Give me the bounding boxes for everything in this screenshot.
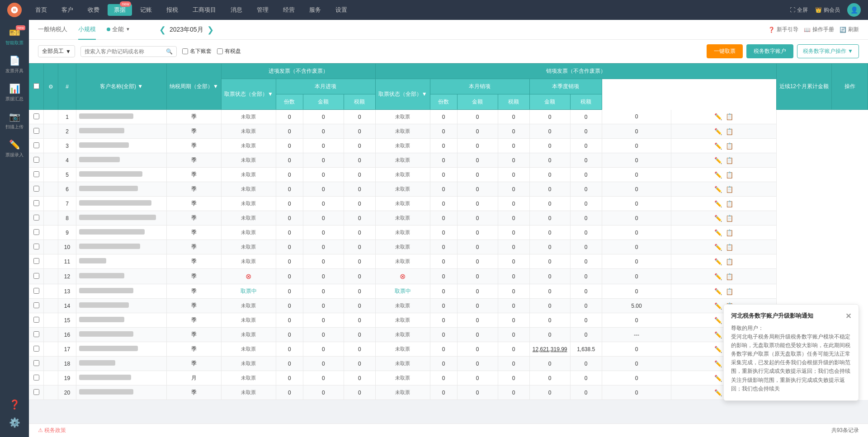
nav-accounting[interactable]: 记账 [134, 4, 158, 16]
row-checkbox[interactable] [29, 313, 44, 328]
refresh-button[interactable]: 🔄 刷新 [840, 26, 859, 33]
row-client-name[interactable] [76, 211, 167, 226]
account-checkbox[interactable]: 名下账套 [182, 47, 212, 55]
select-all-checkbox[interactable] [33, 83, 39, 89]
edit-icon[interactable]: ✏️ [714, 375, 722, 382]
tax-digital-button[interactable]: 税务数字账户 [746, 44, 793, 58]
employee-select[interactable]: 全部员工 ▼ [38, 45, 75, 57]
subnav-general[interactable]: 一般纳税人 [38, 20, 67, 40]
edit-icon[interactable]: ✏️ [714, 142, 722, 150]
search-input[interactable] [81, 47, 162, 56]
sidebar-item-open-invoice[interactable]: 📄 发票开具 [0, 52, 29, 78]
tax-checkbox-input[interactable] [217, 48, 223, 54]
sidebar-item-summary[interactable]: 📊 票据汇总 [0, 80, 29, 106]
nav-settings[interactable]: 设置 [329, 4, 354, 16]
row-client-name[interactable] [76, 357, 167, 371]
row-client-name[interactable] [76, 254, 167, 269]
copy-icon[interactable]: 📋 [726, 113, 733, 120]
nav-invoice[interactable]: 票据 new [108, 4, 132, 16]
col-header-period[interactable]: 纳税周期（全部）▼ [167, 64, 222, 110]
copy-icon[interactable]: 📋 [726, 171, 733, 179]
row-client-name[interactable] [76, 197, 167, 211]
edit-icon[interactable]: ✏️ [714, 317, 722, 324]
copy-icon[interactable]: 📋 [726, 244, 733, 251]
row-client-name[interactable] [76, 139, 167, 153]
member-button[interactable]: 👑 购会员 [815, 6, 840, 14]
edit-icon[interactable]: ✏️ [714, 215, 722, 222]
one-click-button[interactable]: 一键取票 [707, 44, 743, 58]
row-checkbox[interactable] [29, 357, 44, 371]
row-client-name[interactable] [76, 385, 167, 400]
nav-client[interactable]: 客户 [55, 4, 80, 16]
nav-manage[interactable]: 管理 [250, 4, 275, 16]
copy-icon[interactable]: 📋 [726, 288, 733, 295]
row-checkbox[interactable] [29, 153, 44, 168]
subnav-full[interactable]: 全能 ▼ [107, 20, 130, 40]
row-client-name[interactable] [76, 153, 167, 168]
nav-tax[interactable]: 报税 [160, 4, 184, 16]
row-checkbox[interactable] [29, 284, 44, 299]
edit-icon[interactable]: ✏️ [714, 302, 722, 310]
tax-checkbox[interactable]: 有税盘 [217, 47, 241, 55]
nav-service[interactable]: 服务 [303, 4, 327, 16]
row-checkbox[interactable] [29, 342, 44, 357]
edit-icon[interactable]: ✏️ [714, 360, 722, 367]
copy-icon[interactable]: 📋 [726, 142, 733, 150]
row-checkbox[interactable] [29, 139, 44, 153]
fullscreen-button[interactable]: ⛶ 全屏 [790, 6, 808, 14]
nav-business[interactable]: 工商项目 [186, 4, 222, 16]
nav-fee[interactable]: 收费 [81, 4, 106, 16]
sidebar-item-smart-invoice[interactable]: 🎫 智能取票 new [0, 23, 29, 50]
tax-policy-link[interactable]: ⚠ 税务政策 [38, 427, 66, 434]
row-client-name[interactable] [76, 240, 167, 254]
edit-icon[interactable]: ✏️ [714, 346, 722, 353]
subnav-small[interactable]: 小规模 [78, 20, 96, 40]
sidebar-item-scan[interactable]: 📷 扫描上传 [0, 108, 29, 134]
col-header-s-status[interactable]: 取票状态（全部）▼ [375, 79, 430, 110]
edit-icon[interactable]: ✏️ [714, 273, 722, 280]
copy-icon[interactable]: 📋 [726, 128, 733, 135]
row-client-name[interactable] [76, 182, 167, 197]
row-client-name[interactable] [76, 284, 167, 299]
copy-icon[interactable]: 📋 [726, 273, 733, 280]
edit-icon[interactable]: ✏️ [714, 258, 722, 265]
edit-icon[interactable]: ✏️ [714, 288, 722, 295]
notification-close-button[interactable]: ✕ [845, 312, 851, 320]
edit-icon[interactable]: ✏️ [714, 186, 722, 193]
row-checkbox[interactable] [29, 371, 44, 385]
edit-icon[interactable]: ✏️ [714, 113, 722, 120]
edit-icon[interactable]: ✏️ [714, 331, 722, 338]
copy-icon[interactable]: 📋 [726, 157, 733, 164]
row-checkbox[interactable] [29, 197, 44, 211]
row-checkbox[interactable] [29, 269, 44, 284]
row-client-name[interactable] [76, 313, 167, 328]
row-client-name[interactable] [76, 168, 167, 182]
tax-digital-ops-button[interactable]: 税务数字账户操作 ▼ [797, 44, 859, 58]
edit-icon[interactable]: ✏️ [714, 128, 722, 135]
nav-message[interactable]: 消息 [224, 4, 249, 16]
copy-icon[interactable]: 📋 [726, 200, 733, 207]
row-client-name[interactable] [76, 269, 167, 284]
row-checkbox[interactable] [29, 124, 44, 139]
row-client-name[interactable] [76, 110, 167, 124]
sidebar-item-settings-bottom[interactable]: ⚙️ [7, 414, 22, 432]
row-client-name[interactable] [76, 299, 167, 313]
row-checkbox[interactable] [29, 299, 44, 313]
account-checkbox-input[interactable] [182, 48, 188, 54]
search-icon[interactable]: 🔍 [162, 48, 176, 55]
sidebar-item-help[interactable]: ❓ [7, 395, 22, 414]
edit-icon[interactable]: ✏️ [714, 157, 722, 164]
row-checkbox[interactable] [29, 240, 44, 254]
row-client-name[interactable] [76, 328, 167, 342]
edit-icon[interactable]: ✏️ [714, 171, 722, 179]
edit-icon[interactable]: ✏️ [714, 200, 722, 207]
new-guide-button[interactable]: ❓ 新手引导 [768, 26, 798, 33]
row-checkbox[interactable] [29, 328, 44, 342]
nav-operation[interactable]: 经营 [277, 4, 301, 16]
user-avatar[interactable]: 👤 [847, 3, 861, 17]
edit-icon[interactable]: ✏️ [714, 389, 722, 396]
sidebar-item-entry[interactable]: ✏️ 票据录入 [0, 136, 29, 162]
row-client-name[interactable] [76, 342, 167, 357]
col-header-name[interactable]: 客户名称(全部) ▼ [76, 64, 167, 110]
copy-icon[interactable]: 📋 [726, 215, 733, 222]
